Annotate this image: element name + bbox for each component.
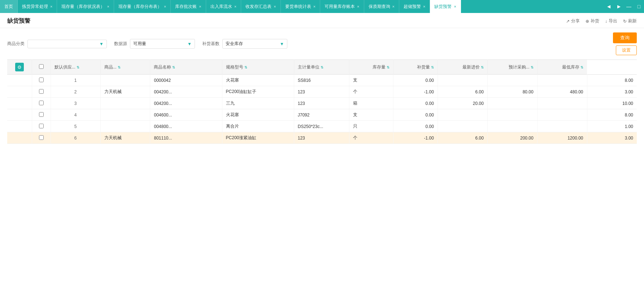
- row-latest-price: [487, 98, 537, 109]
- tab-label: 拣货异常处理: [22, 4, 48, 10]
- row-checkbox[interactable]: [39, 135, 44, 140]
- tab-close-icon[interactable]: ×: [274, 4, 276, 9]
- share-btn[interactable]: ↗ 分享: [566, 18, 580, 24]
- main-content: 缺货预警 ↗ 分享 ⊕ 补货 ↓ 导出 ↻ 刷新 商品分类: [0, 13, 644, 287]
- sort-code-icon[interactable]: ⇅: [118, 65, 121, 69]
- replenish-base-value: 安全库存: [226, 41, 243, 47]
- row-settings-cell: [7, 132, 32, 144]
- select-all-checkbox[interactable]: [39, 64, 44, 69]
- tab-inventory-dist[interactable]: 现存量（库存分布表）×: [114, 0, 171, 13]
- tab-close-icon[interactable]: ×: [313, 4, 316, 9]
- query-button[interactable]: 查询: [613, 32, 637, 43]
- settings-gear-icon[interactable]: ⚙: [15, 63, 24, 71]
- tab-close-icon[interactable]: ×: [234, 4, 236, 9]
- row-checkbox[interactable]: [39, 89, 44, 94]
- row-replenish: [438, 121, 487, 132]
- replenish-base-filter-group: 补货基数 安全库存 ▼: [202, 39, 287, 49]
- tab-anomaly[interactable]: 拣货异常处理×: [18, 0, 57, 13]
- data-table: ⚙ 默认供应...⇅ 商品...⇅ 商品名称⇅ 规格型号⇅: [7, 59, 637, 144]
- col-header-settings[interactable]: ⚙: [7, 60, 32, 75]
- col-header-latest-price: 最新进价⇅: [438, 60, 487, 75]
- row-plan-purchase: 480.00: [537, 86, 587, 98]
- row-stock: 0.00: [393, 98, 438, 109]
- col-header-unit: 主计量单位⇅: [294, 60, 349, 75]
- tab-close-icon[interactable]: ×: [392, 4, 395, 9]
- row-supplier: 力天机械: [100, 86, 150, 98]
- refresh-btn[interactable]: ↻ 刷新: [623, 18, 637, 24]
- row-checkbox-cell[interactable]: [32, 75, 51, 86]
- tab-prev-btn[interactable]: ◀: [604, 0, 614, 13]
- row-plan-purchase: 1200.00: [537, 132, 587, 144]
- tab-close-icon[interactable]: ×: [454, 4, 456, 9]
- row-checkbox[interactable]: [39, 78, 44, 82]
- table-row: 5 004800... 离合片 DS250*23c... 只 0.00 1.00: [7, 121, 637, 132]
- sort-stock-icon[interactable]: ⇅: [387, 65, 390, 69]
- tab-demand-stats[interactable]: 要货单统计表×: [281, 0, 320, 13]
- row-checkbox-cell[interactable]: [32, 121, 51, 132]
- sort-spec-icon[interactable]: ⇅: [244, 65, 247, 69]
- export-btn[interactable]: ↓ 导出: [605, 18, 617, 24]
- sort-min-icon[interactable]: ⇅: [580, 65, 583, 69]
- row-checkbox-cell[interactable]: [32, 132, 51, 144]
- row-checkbox[interactable]: [39, 124, 44, 128]
- tab-expiry-query[interactable]: 保质期查询×: [364, 0, 399, 13]
- row-replenish: [438, 109, 487, 121]
- tab-inout-flow[interactable]: 出入库流水×: [206, 0, 241, 13]
- tab-overstock[interactable]: 超储预警×: [399, 0, 430, 13]
- row-latest-price: [487, 121, 537, 132]
- datasource-value: 可用量: [133, 41, 146, 47]
- replenish-icon: ⊕: [586, 19, 589, 24]
- row-checkbox-cell[interactable]: [32, 109, 51, 121]
- page-header: 缺货预警 ↗ 分享 ⊕ 补货 ↓ 导出 ↻ 刷新: [0, 13, 644, 28]
- sort-plan-icon[interactable]: ⇅: [531, 65, 534, 69]
- row-settings-cell: [7, 98, 32, 109]
- sort-supplier-icon[interactable]: ⇅: [77, 65, 79, 69]
- tab-shortage[interactable]: 缺货预警×: [430, 0, 461, 13]
- row-settings-cell: [7, 75, 32, 86]
- table-row: 6 力天机械 801110... PC200涨紧油缸 123 个 -1.00 6…: [7, 132, 637, 144]
- tab-receipt-summary[interactable]: 收发存汇总表×: [241, 0, 280, 13]
- tab-close-icon[interactable]: ×: [423, 4, 425, 9]
- replenish-btn[interactable]: ⊕ 补货: [586, 18, 599, 24]
- tab-minimize-btn[interactable]: —: [624, 0, 634, 13]
- tab-inventory-status[interactable]: 现存量（库存状况表）×: [57, 0, 114, 13]
- row-name: 火花塞: [222, 109, 294, 121]
- row-min-stock: 8.00: [587, 75, 637, 86]
- row-checkbox-cell[interactable]: [32, 86, 51, 98]
- category-label: 商品分类: [7, 41, 25, 47]
- row-settings-cell: [7, 109, 32, 121]
- tab-close-icon[interactable]: ×: [357, 4, 359, 9]
- tab-batch-account[interactable]: 库存批次账×: [171, 0, 206, 13]
- settings-button[interactable]: 设置: [616, 45, 637, 55]
- row-plan-purchase: [537, 75, 587, 86]
- replenish-base-select[interactable]: 安全库存 ▼: [222, 39, 287, 49]
- tab-available-ledger[interactable]: 可用量库存账本×: [320, 0, 364, 13]
- row-name: PC200涨紧油缸: [222, 132, 294, 144]
- tab-close-icon[interactable]: ×: [107, 4, 109, 9]
- tab-label: 库存批次账: [175, 4, 197, 10]
- row-num: 3: [51, 98, 100, 109]
- tab-maximize-btn[interactable]: □: [634, 0, 644, 13]
- row-checkbox-cell[interactable]: [32, 98, 51, 109]
- filter-area: 商品分类 ▼ 数据源 可用量 ▼ 补货基数 安全库存 ▼ 查询 设置: [0, 28, 644, 59]
- sort-replenish-icon[interactable]: ⇅: [431, 65, 434, 69]
- tab-close-icon[interactable]: ×: [50, 4, 52, 9]
- tab-bar: 首页拣货异常处理×现存量（库存状况表）×现存量（库存分布表）×库存批次账×出入库…: [0, 0, 644, 13]
- row-checkbox[interactable]: [39, 101, 44, 105]
- sort-unit-icon[interactable]: ⇅: [321, 65, 323, 69]
- row-latest-price: [487, 109, 537, 121]
- sort-name-icon[interactable]: ⇅: [172, 65, 175, 69]
- category-select[interactable]: ▼: [27, 40, 107, 48]
- tab-close-icon[interactable]: ×: [199, 4, 201, 9]
- tab-label: 首页: [4, 4, 13, 10]
- row-checkbox[interactable]: [39, 112, 44, 117]
- datasource-select[interactable]: 可用量 ▼: [130, 39, 195, 49]
- row-replenish: 6.00: [438, 132, 487, 144]
- tab-close-icon[interactable]: ×: [164, 4, 166, 9]
- row-name: 离合片: [222, 121, 294, 132]
- sort-price-icon[interactable]: ⇅: [481, 65, 484, 69]
- col-header-checkbox[interactable]: [32, 60, 51, 75]
- tab-next-btn[interactable]: ▶: [614, 0, 624, 13]
- tab-label: 超储预警: [404, 4, 421, 10]
- tab-home[interactable]: 首页: [0, 0, 18, 13]
